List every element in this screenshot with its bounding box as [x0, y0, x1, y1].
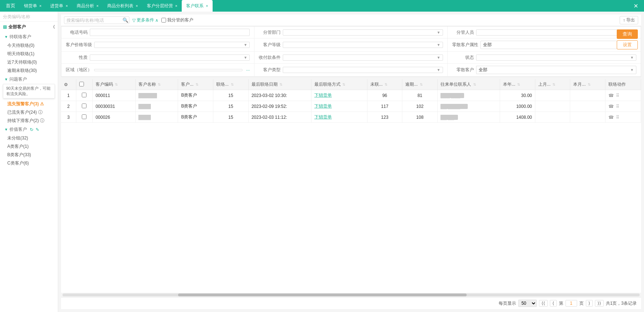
my-customers-checkbox-area[interactable]: 我分管的客户	[161, 17, 193, 23]
td-date-0: 2023-03-02 10:30:	[248, 90, 311, 101]
td-unlocked-0: 96	[367, 90, 402, 101]
td-thismonth-1	[570, 101, 605, 112]
sidebar: 🔍 ⊞ 全部客户 《 ▼ 待联络客户 今天待联络(0) 明天待联络(1) 近7天…	[0, 12, 58, 312]
filter-cell-customer-grade: 客户等级 ▼	[254, 39, 447, 51]
sidebar-group-pending[interactable]: ▼ 待联络客户	[0, 32, 58, 41]
sidebar-all-customers[interactable]: ⊞ 全部客户 《	[0, 22, 58, 32]
tab-purchase[interactable]: 进货单 ×	[46, 0, 72, 12]
page-number-input[interactable]	[565, 300, 577, 307]
td-name-0: ██████	[135, 90, 178, 101]
filter-select-dept[interactable]: ▼	[283, 29, 443, 36]
sidebar-group-value[interactable]: ▼ 价值客户 ↻ ✎	[0, 125, 58, 134]
td-actions-0: ☎ ⠿	[605, 90, 641, 101]
tab-product-analysis-list-close[interactable]: ×	[136, 4, 138, 8]
sidebar-item-class-b[interactable]: B类客户(33)	[0, 151, 58, 159]
filter-select-retail-attr[interactable]: 全部 ▼	[480, 41, 636, 49]
th-this-year: 本年... ⇅	[500, 79, 535, 90]
filter-select-manager[interactable]: ▼	[476, 29, 629, 36]
more-filters-button[interactable]: ▽ 更多条件 ∧	[132, 17, 158, 23]
last-page-button[interactable]: ⟩⟩	[595, 300, 604, 307]
filter-input-phone[interactable]	[90, 29, 250, 36]
tab-customer-contact-close[interactable]: ×	[206, 4, 208, 8]
select-all-checkbox[interactable]	[79, 82, 84, 86]
tab-purchase-close[interactable]: ×	[65, 4, 68, 8]
tab-product-analysis[interactable]: 商品分析 ×	[72, 0, 103, 12]
tab-product-analysis-list[interactable]: 商品分析列表 ×	[103, 0, 142, 12]
th-this-month: 本月... ⇅	[570, 79, 605, 90]
sidebar-search-input[interactable]	[3, 14, 57, 19]
export-icon: ↑	[623, 18, 625, 23]
search-submit-icon[interactable]: 🔍	[122, 17, 128, 23]
query-button[interactable]: 查询	[617, 29, 638, 39]
page-label: 第	[559, 300, 563, 307]
settings-button[interactable]: 设置	[617, 40, 638, 49]
sidebar-item-class-a[interactable]: A类客户(1)	[0, 142, 58, 151]
action-more-icon-2[interactable]: ⠿	[616, 115, 619, 120]
sidebar-collapse-btn[interactable]: 《	[51, 24, 55, 30]
action-more-icon-0[interactable]: ⠿	[616, 93, 619, 98]
search-input[interactable]	[67, 18, 121, 23]
contact-method-link-1[interactable]: 下销货单	[314, 104, 332, 109]
tab-home[interactable]: 首页	[1, 0, 20, 12]
action-phone-icon-0[interactable]: ☎	[608, 93, 614, 98]
filter-select-status[interactable]: ▼	[476, 54, 636, 61]
contact-method-link-0[interactable]: 下销货单	[314, 93, 332, 98]
sidebar-item-churned[interactable]: 已流失客户(24) ⓘ	[0, 108, 58, 117]
action-phone-icon-1[interactable]: ☎	[608, 104, 614, 109]
sort-name-icon: ⇅	[158, 82, 161, 86]
filter-select-nature[interactable]: ▼	[90, 54, 250, 61]
tab-product-analysis-close[interactable]: ×	[96, 4, 98, 8]
sidebar-group-problem[interactable]: ▼ 问题客户	[0, 75, 58, 84]
tab-sales-close[interactable]: ×	[39, 4, 41, 8]
action-phone-icon-2[interactable]: ☎	[608, 115, 614, 120]
td-unit-2: ██ ██...	[438, 112, 500, 123]
per-page-select[interactable]: 50 20 100	[518, 300, 537, 307]
export-button[interactable]: ↑ 导出	[620, 16, 638, 24]
sidebar-item-ungroup[interactable]: 未分组(32)	[0, 134, 58, 142]
sidebar-item-tomorrow[interactable]: 明天待联络(1)	[0, 50, 58, 58]
sidebar-item-declining[interactable]: 持续下滑客户(2) ⓘ	[0, 117, 58, 125]
tab-customer-layers[interactable]: 客户分层经营 ×	[142, 0, 182, 12]
table-header-row: ⚙ 客户编码 ⇅ 客户名称 ⇅ 客户... ⇅ 联络... ⇅ 最后联络日期 ⇅…	[61, 79, 641, 90]
customer-grade-chevron-icon: ▼	[437, 43, 440, 47]
th-last-contact-date: 最后联络日期 ⇅	[248, 79, 311, 90]
region-more-icon[interactable]: ···	[246, 68, 250, 73]
value-refresh-icon[interactable]: ↻	[30, 127, 33, 132]
td-lastmonth-2	[535, 112, 570, 123]
tab-customer-layers-close[interactable]: ×	[175, 4, 177, 8]
filter-select-region[interactable]	[94, 69, 242, 71]
window-close-button[interactable]: ✕	[629, 3, 643, 9]
td-check-1	[76, 101, 92, 112]
th-settings[interactable]: ⚙	[61, 79, 76, 90]
th-last-month: 上月... ⇅	[535, 79, 570, 90]
my-customers-checkbox[interactable]	[161, 18, 166, 23]
scrollbar-thumb[interactable]	[178, 293, 467, 296]
td-date-2: 2023-02-03 11:12:	[248, 112, 311, 123]
tab-sales[interactable]: 销货单 ×	[20, 0, 46, 12]
first-page-button[interactable]: ⟨⟨	[539, 300, 548, 307]
filter-cell-dept: 分管部门 ▼	[254, 27, 447, 38]
tab-customer-contact[interactable]: 客户联系 ×	[182, 0, 212, 12]
filter-cell-price-grade: 客户价格等级 ▼	[61, 39, 254, 51]
row-checkbox-2[interactable]	[82, 114, 86, 119]
scrollbar-track	[63, 293, 640, 296]
row-checkbox-1[interactable]	[82, 104, 86, 108]
sidebar-item-class-c[interactable]: C类客户(6)	[0, 159, 58, 167]
th-uncontacted: 未联... ⇅	[367, 79, 402, 90]
value-edit-icon[interactable]: ✎	[36, 127, 39, 132]
next-page-button[interactable]: ⟩	[586, 300, 593, 307]
filter-select-customer-grade[interactable]: ▼	[283, 42, 443, 48]
sidebar-item-week[interactable]: 近7天待联络(0)	[0, 58, 58, 66]
filter-select-price-grade[interactable]: ▼	[94, 42, 250, 48]
filter-select-customer-type[interactable]: ▼	[283, 67, 443, 73]
sidebar-item-churn-warning[interactable]: 流失预警客户(3) ⚠	[0, 100, 58, 108]
sidebar-item-overdue[interactable]: 逾期未联络(30)	[0, 66, 58, 75]
sidebar-item-today[interactable]: 今天待联络(0)	[0, 41, 58, 50]
row-checkbox-0[interactable]	[82, 93, 86, 97]
filter-select-payment[interactable]: ▼	[283, 54, 443, 61]
contact-method-link-2[interactable]: 下销货单	[314, 114, 332, 119]
filter-select-retail-customer[interactable]: 全部 ▼	[476, 66, 636, 74]
prev-page-button[interactable]: ⟨	[550, 300, 557, 307]
action-more-icon-1[interactable]: ⠿	[616, 104, 619, 109]
horizontal-scrollbar[interactable]	[61, 293, 641, 297]
